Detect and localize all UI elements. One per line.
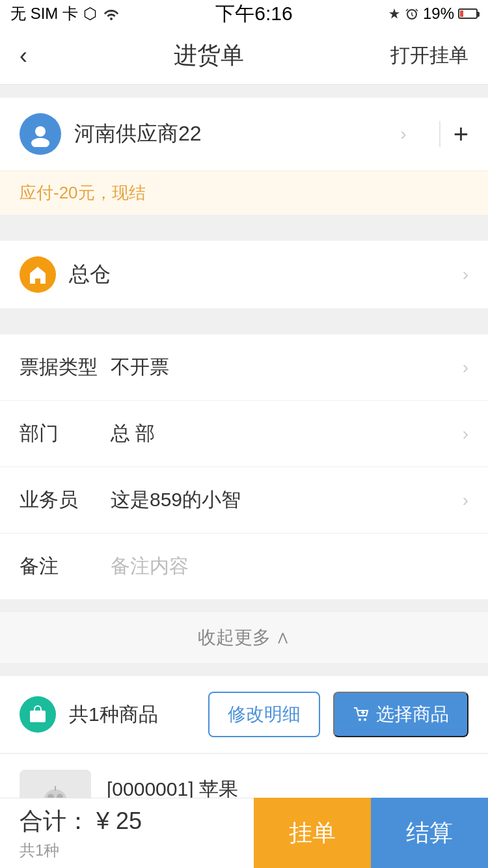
supplier-card: 河南供应商22 › + 应付-20元，现结 xyxy=(0,98,488,215)
gap1 xyxy=(0,85,488,98)
status-bar: 无 SIM 卡 ⬡ 下午6:16 19% xyxy=(0,0,488,27)
invoice-value: 不开票 xyxy=(111,354,463,381)
supplier-avatar xyxy=(20,113,61,155)
dept-label: 部门 xyxy=(20,420,111,447)
sales-value: 这是859的小智 xyxy=(111,487,463,513)
warehouse-name: 总仓 xyxy=(69,260,463,289)
supplier-row[interactable]: 河南供应商22 › + xyxy=(0,98,488,170)
invoice-row[interactable]: 票据类型 不开票 › xyxy=(0,334,488,401)
svg-point-5 xyxy=(364,718,366,721)
total-value: ¥ 25 xyxy=(96,807,142,834)
svg-point-2 xyxy=(31,138,49,147)
supplier-notice: 应付-20元，现结 xyxy=(0,170,488,215)
svg-point-4 xyxy=(359,718,361,721)
product-count-label: 共1种商品 xyxy=(69,701,195,728)
dept-chevron-icon: › xyxy=(463,424,468,444)
product-header: 共1种商品 修改明细 选择商品 xyxy=(0,676,488,753)
battery-percent: 19% xyxy=(423,5,454,23)
product-code: [0000001] xyxy=(107,778,193,800)
select-product-label: 选择商品 xyxy=(376,702,449,727)
supplier-chevron-icon: › xyxy=(400,124,406,144)
back-button[interactable]: ‹ xyxy=(20,42,27,70)
svg-rect-3 xyxy=(30,711,46,722)
alarm-icon xyxy=(405,7,419,21)
status-left: 无 SIM 卡 ⬡ xyxy=(10,3,120,24)
dept-row[interactable]: 部门 总 部 › xyxy=(0,401,488,467)
status-time: 下午6:16 xyxy=(215,1,292,27)
total-label: 合计： xyxy=(20,807,90,834)
gap2 xyxy=(0,215,488,228)
form-section: 票据类型 不开票 › 部门 总 部 › 业务员 这是859的小智 › 备注 备注… xyxy=(0,334,488,599)
hang-button[interactable]: 挂单 xyxy=(254,798,371,868)
open-hang-button[interactable]: 打开挂单 xyxy=(390,42,468,69)
svg-point-1 xyxy=(35,126,46,137)
select-product-button[interactable]: 选择商品 xyxy=(333,692,468,737)
supplier-name: 河南供应商22 xyxy=(74,120,400,148)
wifi-icon: ⬡ xyxy=(83,5,97,23)
dept-value: 总 部 xyxy=(111,420,463,447)
supplier-divider xyxy=(439,121,441,147)
location-icon xyxy=(388,7,401,20)
bottom-actions: 挂单 结算 xyxy=(254,798,488,868)
warehouse-icon-wrap xyxy=(20,256,56,293)
invoice-chevron-icon: › xyxy=(463,357,468,378)
cart-icon xyxy=(353,705,371,724)
warehouse-card: 总仓 › xyxy=(0,241,488,308)
edit-detail-button[interactable]: 修改明细 xyxy=(208,692,320,737)
sales-row[interactable]: 业务员 这是859的小智 › xyxy=(0,467,488,534)
gap3 xyxy=(0,308,488,321)
status-right: 19% xyxy=(388,5,478,23)
sales-chevron-icon: › xyxy=(463,490,468,511)
bag-icon xyxy=(27,704,48,725)
checkout-button[interactable]: 结算 xyxy=(371,798,488,868)
product-title: 苹果 xyxy=(199,778,238,800)
add-supplier-button[interactable]: + xyxy=(454,120,468,149)
product-icon-wrap xyxy=(20,696,56,733)
warehouse-row[interactable]: 总仓 › xyxy=(0,241,488,308)
nav-bar: ‹ 进货单 打开挂单 xyxy=(0,27,488,85)
person-icon xyxy=(27,121,53,147)
collapse-bar[interactable]: 收起更多 ∧ xyxy=(0,612,488,663)
carrier-label: 无 SIM 卡 xyxy=(10,3,78,24)
wifi-signal-icon xyxy=(102,7,120,20)
warehouse-chevron-icon: › xyxy=(463,264,468,285)
page-title: 进货单 xyxy=(174,40,244,72)
remarks-placeholder: 备注内容 xyxy=(111,553,468,580)
remarks-label: 备注 xyxy=(20,553,111,580)
battery-icon xyxy=(458,8,478,19)
invoice-label: 票据类型 xyxy=(20,354,111,381)
sales-label: 业务员 xyxy=(20,487,111,513)
home-icon xyxy=(27,264,48,285)
remarks-row[interactable]: 备注 备注内容 xyxy=(0,534,488,599)
